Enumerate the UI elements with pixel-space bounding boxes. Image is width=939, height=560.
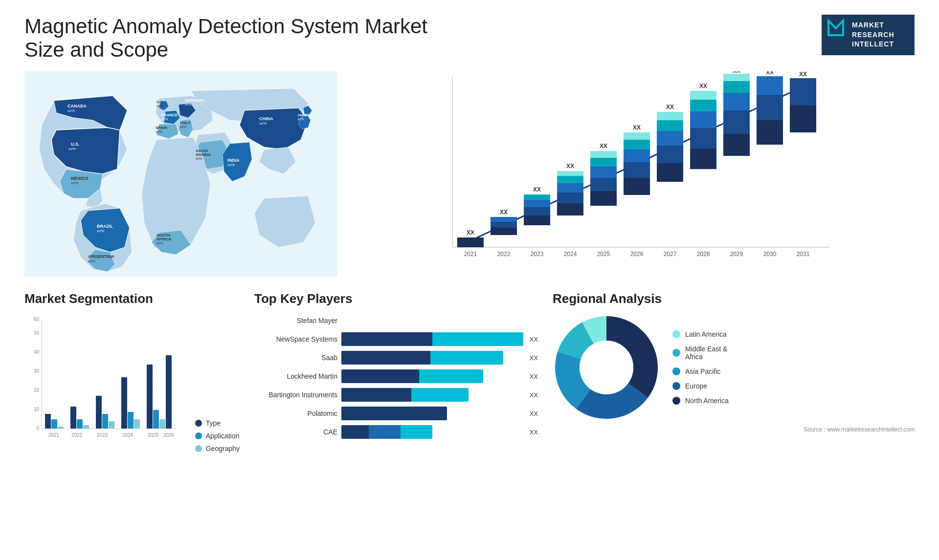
page-container: Magnetic Anomaly Detection System Market… <box>0 0 939 560</box>
player-name-cae: CAE <box>254 428 337 436</box>
svg-rect-125 <box>96 396 102 429</box>
svg-text:xx%: xx% <box>196 157 202 160</box>
player-val-saab: XX <box>530 354 538 362</box>
regional-section: Regional Analysis La <box>553 291 915 452</box>
svg-text:XX: XX <box>666 104 674 110</box>
svg-rect-88 <box>723 110 750 134</box>
svg-text:2025: 2025 <box>148 432 159 438</box>
svg-text:2023: 2023 <box>97 432 108 438</box>
player-bar-wrap-newspace <box>341 332 523 346</box>
svg-rect-127 <box>109 421 114 429</box>
svg-rect-119 <box>58 427 64 429</box>
growth-chart-svg: XX 2021 XX 2022 XX 2023 <box>362 71 915 277</box>
regional-title: Regional Analysis <box>553 291 915 306</box>
legend-asia-pacific-label: Asia Pacific <box>685 367 720 375</box>
svg-text:0: 0 <box>36 426 39 431</box>
svg-text:AFRICA: AFRICA <box>156 237 171 241</box>
svg-rect-70 <box>624 132 650 140</box>
top-row: CANADA xx% U.S. xx% MEXICO xx% BRAZIL xx… <box>24 71 915 277</box>
svg-text:XX: XX <box>766 71 774 76</box>
svg-text:xx%: xx% <box>297 117 304 121</box>
svg-text:U.S.: U.S. <box>71 142 80 147</box>
player-name-stefan: Stefan Mayer <box>254 317 337 324</box>
svg-text:xx%: xx% <box>259 121 267 126</box>
svg-rect-118 <box>51 419 57 429</box>
player-val-bartington: XX <box>530 391 538 399</box>
player-val-lockheed: XX <box>530 373 538 380</box>
svg-text:2024: 2024 <box>122 432 134 438</box>
svg-text:MEXICO: MEXICO <box>71 176 89 181</box>
legend-latin-america: Latin America <box>672 330 729 338</box>
svg-text:10: 10 <box>34 407 40 412</box>
svg-rect-63 <box>590 151 617 158</box>
svg-rect-56 <box>557 171 583 176</box>
svg-text:20: 20 <box>34 388 40 393</box>
svg-text:XX: XX <box>699 83 707 89</box>
players-title: Top Key Players <box>254 291 538 306</box>
svg-rect-41 <box>491 228 517 235</box>
logo-area: MARKET RESEARCH INTELLECT <box>822 15 915 55</box>
regional-legend: Latin America Middle East &Africa Asia P… <box>672 330 729 405</box>
legend-application-label: Application <box>206 432 240 440</box>
player-bar-wrap-lockheed <box>341 369 523 383</box>
europe-dot <box>672 382 680 390</box>
player-name-polatomic: Polatomic <box>254 409 337 417</box>
svg-text:CHINA: CHINA <box>259 116 273 121</box>
svg-rect-77 <box>657 112 683 120</box>
type-color-dot <box>195 420 202 427</box>
world-map-svg: CANADA xx% U.S. xx% MEXICO xx% BRAZIL xx… <box>24 71 337 277</box>
geography-color-dot <box>195 445 202 452</box>
legend-item-application: Application <box>195 432 240 440</box>
logo-m-icon <box>827 19 845 43</box>
player-name-newspace: NewSpace Systems <box>254 335 337 343</box>
logo-box: MARKET RESEARCH INTELLECT <box>822 15 915 55</box>
svg-text:2023: 2023 <box>531 251 544 258</box>
svg-text:XX: XX <box>799 71 807 78</box>
svg-text:ITALY: ITALY <box>180 121 191 125</box>
svg-rect-83 <box>690 100 716 111</box>
players-bars: Stefan Mayer NewSpace Systems XX <box>254 314 538 439</box>
growth-chart: XX 2021 XX 2022 XX 2023 <box>352 71 915 277</box>
legend-europe: Europe <box>672 382 729 390</box>
svg-text:XX: XX <box>533 186 541 193</box>
svg-rect-52 <box>557 203 583 215</box>
svg-rect-69 <box>624 140 650 150</box>
legend-type-label: Type <box>206 419 221 427</box>
logo-text: MARKET RESEARCH INTELLECT <box>852 21 906 49</box>
svg-text:2022: 2022 <box>71 432 83 438</box>
svg-rect-49 <box>524 194 550 200</box>
legend-north-america-label: North America <box>685 397 729 405</box>
legend-middle-east-africa-label: Middle East &Africa <box>685 345 727 361</box>
svg-rect-80 <box>690 149 716 169</box>
svg-text:xx%: xx% <box>67 108 75 113</box>
player-bar-wrap-cae <box>341 425 523 439</box>
legend-latin-america-label: Latin America <box>685 330 727 338</box>
player-name-lockheed: Lockheed Martin <box>254 372 337 380</box>
svg-rect-75 <box>657 131 683 146</box>
svg-text:JAPAN: JAPAN <box>297 113 311 117</box>
segmentation-svg: 0 10 20 30 40 50 60 <box>24 314 181 451</box>
donut-chart-svg <box>553 314 660 421</box>
latin-america-dot <box>672 330 680 338</box>
north-america-dot <box>672 397 680 405</box>
legend-asia-pacific: Asia Pacific <box>672 367 729 375</box>
player-val-cae: XX <box>530 429 538 436</box>
svg-text:2021: 2021 <box>48 432 60 438</box>
svg-rect-53 <box>557 193 583 203</box>
svg-text:60: 60 <box>34 317 40 322</box>
svg-rect-43 <box>491 217 517 222</box>
svg-rect-137 <box>166 355 172 429</box>
svg-text:XX: XX <box>467 229 474 236</box>
svg-text:FRANCE: FRANCE <box>161 113 178 117</box>
svg-rect-42 <box>491 222 517 228</box>
player-bartington: Bartington Instruments XX <box>254 388 538 402</box>
asia-pacific-dot <box>672 367 680 375</box>
segmentation-title: Market Segmentation <box>24 291 240 306</box>
player-polatomic: Polatomic XX <box>254 407 538 420</box>
svg-rect-95 <box>757 95 783 120</box>
bottom-row: Market Segmentation 0 10 20 30 40 50 <box>24 291 915 452</box>
svg-rect-62 <box>590 158 617 167</box>
svg-text:xx%: xx% <box>180 125 186 129</box>
svg-text:XX: XX <box>633 124 641 131</box>
header: Magnetic Anomaly Detection System Market… <box>24 15 915 62</box>
